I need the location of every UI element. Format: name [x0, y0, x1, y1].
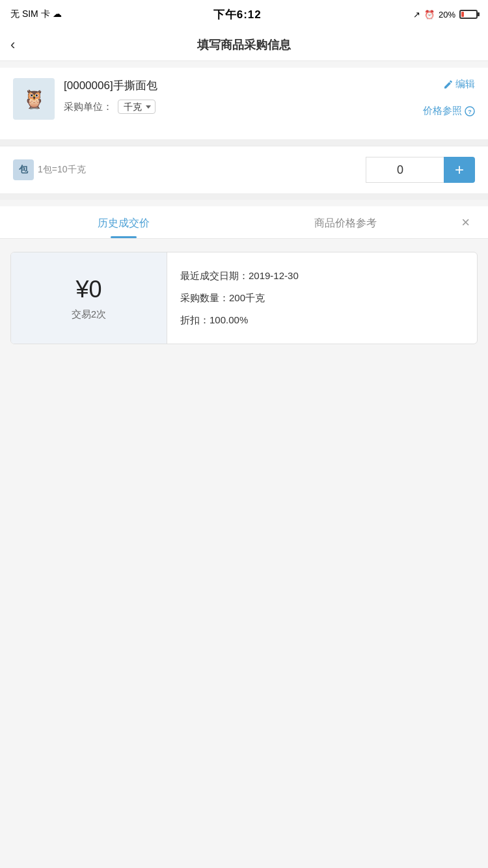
product-card: 🦉 [0000006]手撕面包 采购单位： 千克 克 斤 编	[0, 68, 488, 139]
unit-label: 采购单位：	[64, 101, 113, 113]
status-left: 无 SIM 卡 ☁	[10, 8, 62, 20]
product-thumbnail: 🦉	[13, 78, 55, 120]
status-right: ↗ ⏰ 20%	[413, 10, 478, 20]
tab-product-price-ref[interactable]: 商品价格参考	[235, 206, 457, 238]
quantity-left: 包 1包=10千克	[13, 159, 86, 180]
page-title: 填写商品采购信息	[197, 37, 291, 53]
quantity-section: 包 1包=10千克 +	[0, 146, 488, 193]
detail-qty-prefix: 采购数量：	[180, 292, 229, 303]
detail-date-value: 2019-12-30	[249, 270, 299, 281]
battery-percent: 20%	[439, 10, 455, 20]
location-icon: ↗	[413, 10, 420, 20]
edit-icon	[444, 80, 453, 89]
tab-history-price[interactable]: 历史成交价	[13, 206, 235, 238]
unit-badge: 包	[13, 159, 34, 180]
status-bar: 无 SIM 卡 ☁ 下午6:12 ↗ ⏰ 20%	[0, 0, 488, 29]
product-owl-icon: 🦉	[23, 88, 46, 110]
quantity-input[interactable]	[366, 157, 444, 183]
transaction-detail-discount: 折扣：100.00%	[180, 312, 464, 328]
nav-bar: ‹ 填写商品采购信息	[0, 29, 488, 61]
quantity-plus-button[interactable]: +	[444, 157, 475, 183]
transaction-detail-date: 最近成交日期：2019-12-30	[180, 268, 464, 284]
unit-desc: 1包=10千克	[38, 164, 86, 176]
edit-label: 编辑	[455, 78, 475, 90]
product-header: 🦉 [0000006]手撕面包 采购单位： 千克 克 斤 编	[13, 78, 475, 120]
section-divider-2	[0, 193, 488, 200]
section-divider-1	[0, 139, 488, 146]
battery-icon	[459, 10, 478, 19]
transaction-count: 交易2次	[72, 308, 106, 321]
quantity-right: +	[366, 157, 475, 183]
transaction-right: 最近成交日期：2019-12-30 采购数量：200千克 折扣：100.00%	[167, 252, 477, 344]
help-icon: ?	[465, 106, 475, 116]
svg-text:?: ?	[468, 109, 472, 115]
tabs-section: 历史成交价 商品价格参考 ×	[0, 206, 488, 239]
tab-close-button[interactable]: ×	[456, 210, 475, 235]
price-ref-link[interactable]: 价格参照 ?	[423, 105, 475, 117]
transaction-left: ¥0 交易2次	[11, 252, 167, 344]
content-area: ¥0 交易2次 最近成交日期：2019-12-30 采购数量：200千克 折扣：…	[0, 239, 488, 629]
detail-discount-prefix: 折扣：	[180, 314, 210, 325]
product-name: [0000006]手撕面包	[64, 78, 157, 93]
price-ref-label: 价格参照	[423, 105, 462, 117]
detail-date-prefix: 最近成交日期：	[180, 270, 249, 281]
edit-link[interactable]: 编辑	[444, 78, 475, 90]
transaction-price: ¥0	[75, 276, 102, 303]
alarm-icon: ⏰	[424, 10, 435, 20]
status-time: 下午6:12	[213, 7, 262, 22]
unit-row: 采购单位： 千克 克 斤	[64, 100, 157, 114]
detail-qty-value: 200千克	[229, 292, 265, 303]
unit-select[interactable]: 千克 克 斤	[118, 100, 156, 114]
back-button[interactable]: ‹	[10, 31, 23, 59]
transaction-detail-qty: 采购数量：200千克	[180, 290, 464, 306]
detail-discount-value: 100.00%	[210, 314, 248, 325]
no-sim-label: 无 SIM 卡 ☁	[10, 8, 62, 20]
transaction-card: ¥0 交易2次 最近成交日期：2019-12-30 采购数量：200千克 折扣：…	[10, 252, 478, 344]
tabs-header: 历史成交价 商品价格参考 ×	[0, 206, 488, 238]
product-info: [0000006]手撕面包 采购单位： 千克 克 斤	[64, 78, 157, 114]
product-left: 🦉 [0000006]手撕面包 采购单位： 千克 克 斤	[13, 78, 157, 120]
